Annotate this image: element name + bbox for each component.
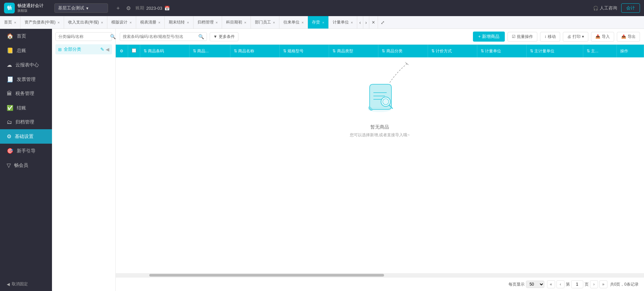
add-product-button[interactable]: + 新增商品 (473, 32, 505, 42)
tab-archive-close[interactable]: × (216, 20, 218, 25)
tab-dept-close[interactable]: × (273, 20, 275, 25)
sidebar-item-invoice[interactable]: 🧾 发票管理 (0, 72, 52, 87)
col-main-unit[interactable]: ⇅ 主计量单位 (527, 45, 583, 57)
col-barcode[interactable]: ⇅ 商品条码 (140, 45, 189, 57)
cancel-pin-button[interactable]: ◀ 取消固定 (0, 277, 52, 291)
filter-icon: ▼ (213, 34, 217, 39)
col-code[interactable]: ⇅ 商品... (189, 45, 230, 57)
close-account-icon: ✅ (7, 105, 13, 111)
tab-unit-label: 计量单位 (333, 19, 349, 25)
support-button[interactable]: 🎧 人工咨询 (593, 5, 617, 11)
tab-inventory-close[interactable]: × (322, 20, 324, 25)
workspace-selector[interactable]: 基层工会测试 ▾ (54, 3, 108, 13)
col-main-short-label: ⇅ 主... (587, 49, 598, 53)
tab-income-close[interactable]: × (101, 20, 103, 25)
col-barcode-label: ⇅ 商品条码 (144, 49, 164, 53)
tab-archive[interactable]: 归档管理 × (194, 16, 222, 29)
tab-subject[interactable]: 科目期初 × (222, 16, 251, 29)
ledger-icon: 📒 (7, 47, 13, 54)
col-main-short[interactable]: ⇅ 主... (583, 45, 617, 57)
home-icon: 🏠 (7, 33, 13, 39)
export-icon: 📤 (621, 34, 626, 39)
tab-unit-close[interactable]: × (351, 20, 353, 25)
tab-contact-close[interactable]: × (302, 20, 304, 25)
sidebar-item-tax[interactable]: 🏛 税务管理 (0, 87, 52, 101)
tab-balance-close[interactable]: × (57, 20, 59, 25)
tab-contact[interactable]: 往来单位 × (279, 16, 308, 29)
sidebar-item-ledger[interactable]: 📒 总账 (0, 43, 52, 58)
tab-expand-button[interactable]: ⤢ (378, 16, 387, 29)
category-collapse-icon[interactable]: ◀ (106, 47, 109, 52)
category-search-input[interactable] (58, 34, 109, 39)
sidebar-item-member[interactable]: ▽ 畅会员 (0, 158, 52, 173)
sidebar-item-archive[interactable]: 🗂 归档管理 (0, 115, 52, 129)
tab-period-end[interactable]: 期末结转 × (165, 16, 193, 29)
first-page-button[interactable]: « (547, 280, 555, 288)
next-page-button[interactable]: › (590, 280, 598, 288)
dashed-arrow-icon (386, 59, 417, 86)
tab-dept-label: 部门员工 (255, 19, 271, 25)
move-button[interactable]: ↕ 移动 (540, 32, 560, 42)
archive-icon: 🗂 (7, 119, 12, 125)
import-button[interactable]: 📥 导入 (591, 32, 614, 42)
sidebar-item-reports[interactable]: ☁ 云报表中心 (0, 58, 52, 72)
add-tab-button[interactable]: ＋ (114, 3, 122, 13)
horizontal-scrollbar[interactable] (116, 273, 644, 277)
scrollbar-thumb[interactable] (149, 274, 384, 277)
account-button[interactable]: 会计 (621, 3, 640, 13)
sidebar-item-close-account[interactable]: ✅ 结账 (0, 101, 52, 115)
col-action-label: 操作 (620, 49, 628, 53)
col-checkbox[interactable] (128, 45, 140, 57)
tab-balance[interactable]: 资产负债表(中期) × (20, 16, 64, 29)
tab-template[interactable]: 模版设计 × (107, 16, 136, 29)
col-category[interactable]: ⇅ 商品分类 (378, 45, 428, 57)
col-unit[interactable]: ⇅ 计量单位 (477, 45, 526, 57)
tab-tax[interactable]: 税表清册 × (136, 16, 165, 29)
tab-tax-close[interactable]: × (158, 20, 160, 25)
product-search-box[interactable]: 🔍 (120, 32, 207, 41)
tab-income[interactable]: 收入支出表(年报) × (64, 16, 107, 29)
tab-dept[interactable]: 部门员工 × (251, 16, 279, 29)
tab-period-end-close[interactable]: × (187, 20, 189, 25)
prev-page-button[interactable]: ‹ (556, 280, 565, 288)
col-pricing[interactable]: ⇅ 计价方式 (428, 45, 477, 57)
col-spec[interactable]: ⇅ 规格型号 (280, 45, 329, 57)
select-all-checkbox[interactable] (132, 48, 136, 53)
tab-next-button[interactable]: › (363, 16, 369, 29)
batch-label: 批量操作 (517, 34, 533, 40)
tab-close-all-button[interactable]: × (369, 16, 378, 29)
tab-unit[interactable]: 计量单位 × (329, 16, 357, 29)
sidebar-item-settings[interactable]: ⚙ 基础设置 (0, 129, 52, 144)
page-size-select[interactable]: 每页显示 50 100 200 (508, 281, 544, 288)
period-label: 账期 (136, 5, 144, 11)
tab-prev-button[interactable]: ‹ (357, 16, 363, 29)
tab-template-close[interactable]: × (129, 20, 131, 25)
category-search-box[interactable]: 🔍 (55, 32, 112, 41)
tab-home[interactable]: 首页 × (0, 16, 20, 29)
page-size-dropdown[interactable]: 50 100 200 (526, 281, 544, 288)
product-search-input[interactable] (123, 34, 197, 39)
more-filter-button[interactable]: ▼ 更多条件 (210, 32, 238, 41)
col-name[interactable]: ⇅ 商品名称 (230, 45, 279, 57)
tab-inventory[interactable]: 存货 × (308, 16, 328, 29)
tab-template-label: 模版设计 (111, 19, 127, 25)
col-type[interactable]: ⇅ 商品类型 (329, 45, 378, 57)
import-label: 导入 (602, 34, 610, 40)
page-number-input[interactable] (571, 280, 583, 288)
add-product-label: + 新增商品 (478, 34, 499, 40)
export-button[interactable]: 📤 导出 (617, 32, 640, 42)
category-edit-icon[interactable]: ✎ (100, 47, 104, 52)
tab-subject-close[interactable]: × (244, 20, 246, 25)
category-all[interactable]: ⊞ 全部分类 ✎ ◀ (55, 44, 112, 54)
sidebar-item-guide[interactable]: 🎯 新手引导 (0, 144, 52, 158)
col-main-unit-label: ⇅ 主计量单位 (530, 49, 554, 53)
col-settings[interactable]: ⚙ (116, 45, 128, 57)
settings-icon[interactable]: ⚙ (125, 4, 132, 13)
tab-home-close[interactable]: × (14, 20, 16, 25)
print-button[interactable]: 🖨 打印 ▾ (563, 32, 588, 42)
calendar-icon[interactable]: 📅 (164, 6, 170, 11)
sidebar-item-home[interactable]: 🏠 首页 (0, 29, 52, 43)
batch-operation-button[interactable]: ☑ 批量操作 (507, 32, 537, 42)
last-page-button[interactable]: » (599, 280, 607, 288)
sidebar-ledger-label: 总账 (17, 48, 26, 54)
